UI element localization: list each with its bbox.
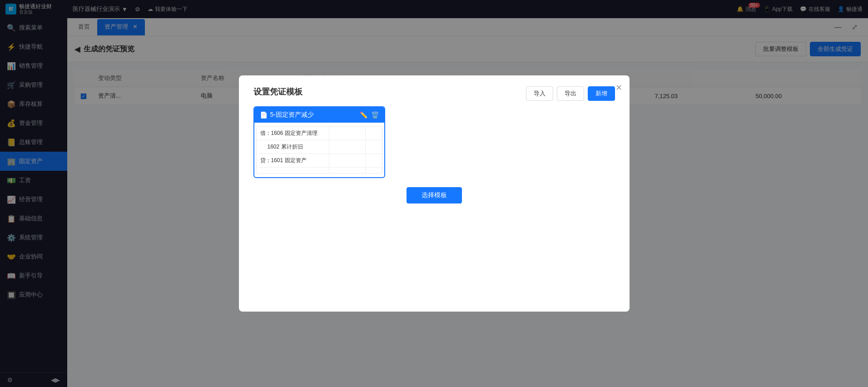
template-card-body: 借：1606 固定资产清理 1602 累计折旧 贷：1601 固定资产 <box>254 123 384 177</box>
dialog-body: 📄 5-固定资产减少 ✏️ 🗑️ 借：1606 固定资产清理 <box>253 106 615 301</box>
select-template-button[interactable]: 选择模板 <box>407 187 462 203</box>
debit-label-2: 1602 累计折旧 <box>257 140 329 154</box>
template-doc-icon: 📄 <box>260 111 268 119</box>
new-template-button[interactable]: 新增 <box>588 86 615 101</box>
dialog-action-buttons: 导入 导出 新增 <box>526 86 615 101</box>
dialog-overlay: ✕ 设置凭证模板 导入 导出 新增 📄 5-固定资产减少 ✏️ 🗑️ <box>0 0 868 387</box>
template-card-actions: ✏️ 🗑️ <box>360 111 379 119</box>
export-button[interactable]: 导出 <box>557 86 584 101</box>
dialog-close-button[interactable]: ✕ <box>615 83 622 93</box>
template-empty-row <box>257 168 382 173</box>
credit-amount-1 <box>329 154 366 167</box>
template-card: 📄 5-固定资产减少 ✏️ 🗑️ 借：1606 固定资产清理 <box>253 106 385 178</box>
voucher-template-dialog: ✕ 设置凭证模板 导入 导出 新增 📄 5-固定资产减少 ✏️ 🗑️ <box>239 75 630 312</box>
debit-amount-1 <box>329 127 366 140</box>
debit-label-1: 借：1606 固定资产清理 <box>257 127 329 140</box>
template-debit-row-2: 1602 累计折旧 <box>257 140 382 154</box>
template-grid: 借：1606 固定资产清理 1602 累计折旧 贷：1601 固定资产 <box>256 126 382 174</box>
template-credit-row-1: 贷：1601 固定资产 <box>257 154 382 168</box>
template-debit-row-1: 借：1606 固定资产清理 <box>257 127 382 140</box>
debit-amount-2 <box>329 140 366 154</box>
template-card-header: 📄 5-固定资产减少 ✏️ 🗑️ <box>254 107 384 123</box>
template-card-title: 📄 5-固定资产减少 <box>260 111 314 119</box>
template-edit-icon[interactable]: ✏️ <box>360 111 367 119</box>
select-template-area: 选择模板 <box>253 187 615 203</box>
credit-credit-1 <box>366 154 382 167</box>
import-button[interactable]: 导入 <box>526 86 553 101</box>
debit-credit-1 <box>366 127 382 140</box>
template-delete-icon[interactable]: 🗑️ <box>371 111 379 119</box>
debit-credit-2 <box>366 140 382 154</box>
credit-label-1: 贷：1601 固定资产 <box>257 154 329 167</box>
